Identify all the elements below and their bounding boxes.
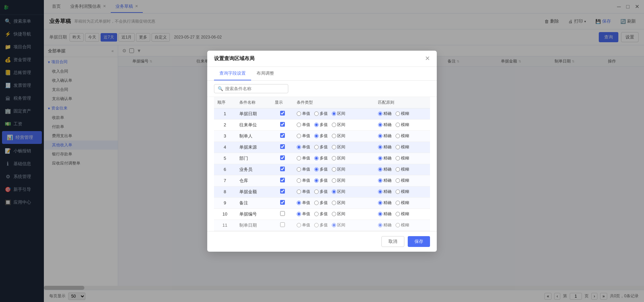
cell-show-1[interactable]	[271, 119, 293, 130]
radio-single-6[interactable]: 单值	[297, 178, 310, 183]
cell-match-9: 精确 模糊	[375, 208, 430, 220]
cell-show-7[interactable]	[271, 186, 293, 197]
radio-multi-8[interactable]: 多值	[314, 200, 328, 206]
dialog: 设置查询区域布局 ✕ 查询字段设置 布局调整 🔍 顺序 条件名称 显示	[207, 51, 437, 252]
dialog-tab-layout[interactable]: 布局调整	[251, 67, 279, 80]
radio-accurate-9[interactable]: 精确	[378, 211, 392, 217]
radio-range-10[interactable]: 区间	[332, 222, 345, 228]
cell-show-6[interactable]	[271, 175, 293, 186]
show-checkbox-6[interactable]	[280, 178, 285, 182]
radio-single-1[interactable]: 单值	[297, 122, 310, 128]
cell-show-10[interactable]	[271, 220, 293, 231]
radio-multi-6[interactable]: 多值	[314, 178, 328, 183]
radio-range-0[interactable]: 区间	[332, 111, 345, 117]
dialog-header: 设置查询区域布局 ✕	[207, 51, 437, 67]
radio-fuzzy-9[interactable]: 模糊	[396, 211, 409, 217]
radio-fuzzy-3[interactable]: 模糊	[396, 144, 409, 150]
show-checkbox-7[interactable]	[280, 189, 285, 194]
radio-fuzzy-6[interactable]: 模糊	[396, 178, 409, 183]
show-checkbox-5[interactable]	[280, 167, 285, 171]
radio-accurate-3[interactable]: 精确	[378, 144, 392, 150]
table-row: 8 单据金额 单值 多值 区间	[214, 186, 430, 197]
radio-multi-5[interactable]: 多值	[314, 167, 328, 172]
radio-range-6[interactable]: 区间	[332, 178, 345, 183]
radio-multi-9[interactable]: 多值	[314, 211, 328, 217]
radio-range-4[interactable]: 区间	[332, 155, 345, 161]
radio-multi-7[interactable]: 多值	[314, 189, 328, 195]
radio-accurate-1[interactable]: 精确	[378, 122, 392, 128]
radio-range-5[interactable]: 区间	[332, 167, 345, 172]
cell-show-3[interactable]	[271, 142, 293, 153]
radio-fuzzy-0[interactable]: 模糊	[396, 111, 409, 117]
radio-fuzzy-8[interactable]: 模糊	[396, 200, 409, 206]
radio-fuzzy-2[interactable]: 模糊	[396, 133, 409, 139]
radio-single-2[interactable]: 单值	[297, 133, 310, 139]
cell-match-2: 精确 模糊	[375, 130, 430, 142]
show-checkbox-9[interactable]	[280, 211, 285, 216]
radio-fuzzy-5[interactable]: 模糊	[396, 167, 409, 172]
radio-multi-2[interactable]: 多值	[314, 133, 328, 139]
radio-multi-3[interactable]: 多值	[314, 144, 328, 150]
radio-accurate-2[interactable]: 精确	[378, 133, 392, 139]
radio-multi-4[interactable]: 多值	[314, 155, 328, 161]
cell-type-3: 单值 多值 区间	[293, 142, 375, 153]
radio-accurate-7[interactable]: 精确	[378, 189, 392, 195]
cell-order-7: 8	[214, 186, 236, 197]
radio-multi-1[interactable]: 多值	[314, 122, 328, 128]
cell-show-4[interactable]	[271, 153, 293, 164]
search-box: 🔍	[214, 84, 288, 93]
cancel-button[interactable]: 取消	[381, 236, 404, 247]
show-checkbox-4[interactable]	[280, 155, 285, 160]
dialog-close-button[interactable]: ✕	[425, 55, 430, 61]
cell-show-9[interactable]	[271, 208, 293, 220]
radio-range-1[interactable]: 区间	[332, 122, 345, 128]
dialog-table: 顺序 条件名称 显示 条件类型 匹配原则 1 单据日期 单值	[214, 97, 430, 231]
cell-show-8[interactable]	[271, 197, 293, 208]
dialog-search-area: 🔍	[207, 81, 437, 97]
cell-show-5[interactable]	[271, 164, 293, 175]
radio-single-9[interactable]: 单值	[297, 211, 310, 217]
radio-accurate-0[interactable]: 精确	[378, 111, 392, 117]
radio-fuzzy-10[interactable]: 模糊	[396, 222, 409, 228]
radio-single-5[interactable]: 单值	[297, 167, 310, 172]
th-show: 显示	[271, 97, 293, 108]
radio-single-10[interactable]: 单值	[297, 222, 310, 228]
radio-accurate-4[interactable]: 精确	[378, 155, 392, 161]
radio-range-2[interactable]: 区间	[332, 133, 345, 139]
show-checkbox-2[interactable]	[280, 133, 285, 138]
cell-name-5: 业务员	[236, 164, 272, 175]
search-input[interactable]	[225, 86, 285, 91]
show-checkbox-1[interactable]	[280, 122, 285, 127]
radio-accurate-5[interactable]: 精确	[378, 167, 392, 172]
cell-type-1: 单值 多值 区间	[293, 119, 375, 130]
radio-single-4[interactable]: 单值	[297, 155, 310, 161]
radio-single-7[interactable]: 单值	[297, 189, 310, 195]
radio-single-8[interactable]: 单值	[297, 200, 310, 206]
radio-accurate-6[interactable]: 精确	[378, 178, 392, 183]
show-checkbox-3[interactable]	[280, 144, 285, 149]
radio-single-3[interactable]: 单值	[297, 144, 310, 150]
radio-range-3[interactable]: 区间	[332, 144, 345, 150]
dialog-tab-query-fields[interactable]: 查询字段设置	[214, 67, 251, 80]
radio-multi-0[interactable]: 多值	[314, 111, 328, 117]
cell-show-2[interactable]	[271, 130, 293, 142]
cell-name-1: 往来单位	[236, 119, 272, 130]
radio-range-9[interactable]: 区间	[332, 211, 345, 217]
show-checkbox-0[interactable]	[280, 111, 285, 116]
show-checkbox-8[interactable]	[280, 200, 285, 205]
radio-accurate-8[interactable]: 精确	[378, 200, 392, 206]
show-checkbox-10[interactable]	[280, 222, 285, 227]
radio-accurate-10[interactable]: 精确	[378, 222, 392, 228]
radio-range-7[interactable]: 区间	[332, 189, 345, 195]
radio-fuzzy-7[interactable]: 模糊	[396, 189, 409, 195]
save-button[interactable]: 保存	[408, 236, 430, 247]
radio-multi-10[interactable]: 多值	[314, 222, 328, 228]
radio-range-8[interactable]: 区间	[332, 200, 345, 206]
table-row: 9 备注 单值 多值 区间	[214, 197, 430, 208]
radio-single-0[interactable]: 单值	[297, 111, 310, 117]
cell-order-3: 4	[214, 142, 236, 153]
radio-fuzzy-4[interactable]: 模糊	[396, 155, 409, 161]
cell-match-6: 精确 模糊	[375, 175, 430, 186]
radio-fuzzy-1[interactable]: 模糊	[396, 122, 409, 128]
cell-show-0[interactable]	[271, 108, 293, 119]
